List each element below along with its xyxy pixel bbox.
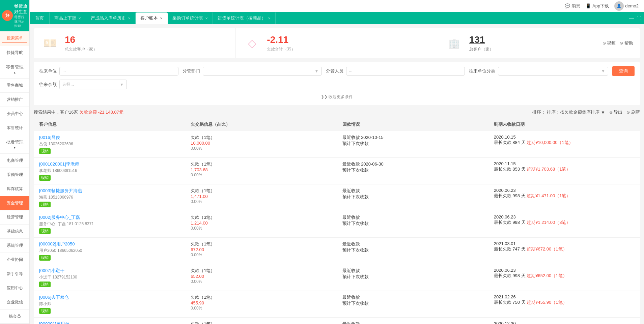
collection-cell: 最近收款 预计下次收款 (337, 291, 488, 317)
tag-present: 现销 (39, 282, 51, 287)
debt-customers-number: 16 (65, 34, 229, 45)
close-icon[interactable]: ✕ (160, 17, 163, 20)
overdue-link[interactable]: 超期¥1,214.00（3笔） (527, 220, 570, 225)
customer-name[interactable]: [0001020001]李老师 (39, 161, 180, 167)
message-btn[interactable]: 💬 消息 (565, 3, 580, 9)
customer-name[interactable]: [000001]黄思源 (39, 321, 180, 324)
customer-name[interactable]: [0002]服务中心_丁磊 (39, 214, 180, 220)
help-btn[interactable]: ⊙ 帮助 (620, 40, 633, 46)
overdue-link[interactable]: 超期¥1,703.68（1笔） (527, 167, 570, 172)
due-date-cell: 2021.02.26 最长欠款 750 天 超期¥455.90（1笔） (488, 291, 640, 317)
balance-select[interactable]: 选择... ▼ (59, 80, 127, 89)
sidebar-item-system[interactable]: 系统管理 (0, 239, 29, 253)
sidebar-item-enterprise-collab[interactable]: 企业协同 (0, 253, 29, 267)
overdue-link[interactable]: 超期¥672.00（1笔） (527, 246, 567, 252)
due-date-cell: 2020.06.23 最长欠款 998 天 超期¥652.00（1笔） (488, 264, 640, 291)
stat-debt-amount: ◇ -2.11 欠款合计（万） (236, 28, 438, 58)
refresh-btn[interactable]: ⊙ 刷新 (626, 109, 640, 115)
filter-category: 往来单位分类 ▼ (469, 67, 608, 76)
close-icon[interactable]: ✕ (128, 17, 131, 20)
table-header: 客户信息 欠交易信息（占比） 回款情况 到期未收款日期 (34, 118, 640, 131)
maximize-icon[interactable]: ⛶ (637, 16, 641, 21)
sidebar-item-purchase[interactable]: 采购管理 (0, 168, 29, 182)
sidebar-item-newbie[interactable]: 新手引导 (0, 267, 29, 281)
customer-meta: 李老师 18600391516 (39, 168, 180, 174)
tab-production-history[interactable]: 产成品入库单历史 ✕ (86, 12, 136, 24)
overdue-link[interactable]: 超期¥1,471.00（1笔） (527, 193, 570, 198)
tab-inventory-stats[interactable]: 进货单统计表（按商品） ✕ (213, 12, 276, 24)
close-icon[interactable]: ✕ (205, 17, 208, 20)
sidebar-item-app-center[interactable]: 应用中心 (0, 281, 29, 295)
logo-area[interactable]: 好 畅捷通好生意 母婴行业演示账套 (0, 0, 29, 31)
sidebar: 好 畅捷通好生意 母婴行业演示账套 搜索菜单 快捷导航 零售管理▲ 零售商城 营… (0, 0, 30, 324)
sidebar-item-member[interactable]: 会员中心 (0, 107, 29, 121)
tag-present: 现销 (39, 255, 51, 261)
customer-name[interactable]: [0007]小迸干 (39, 268, 180, 274)
tag-present: 现销 (39, 308, 51, 314)
results-info: 搜索结果中，客户16家 欠款金额 -21,148.07元 (34, 109, 123, 115)
app-download-btn[interactable]: 📱 App下载 (586, 3, 609, 9)
results-bar: 搜索结果中，客户16家 欠款金额 -21,148.07元 排序：排序：按欠款金额… (34, 109, 640, 115)
sidebar-item-batch-mgmt[interactable]: 批发管理▼ (0, 135, 29, 154)
sidebar-item-operations[interactable]: 经营管理 (0, 210, 29, 225)
customer-name[interactable]: [000002]用户2050 (39, 241, 180, 247)
customer-meta: 吕俊 13026203696 (39, 141, 180, 147)
sidebar-item-quick-nav[interactable]: 快捷导航 (0, 46, 29, 60)
customer-name[interactable]: [0016]吕俊 (39, 135, 180, 141)
export-btn[interactable]: ⊙ 导出 (609, 109, 623, 115)
overdue-link[interactable]: 超期¥652.00（1笔） (527, 273, 567, 278)
query-button[interactable]: 查询 (612, 66, 635, 76)
sidebar-item-basic[interactable]: 基础信息 (0, 225, 29, 239)
top-header: 💬 消息 📱 App下载 👤 demo2 (30, 0, 644, 12)
sidebar-item-retail-stats[interactable]: 零售统计 (0, 121, 29, 135)
stat-debt-amount-info: -2.11 欠款合计（万） (267, 34, 431, 52)
balance-label: 往来余额 (39, 82, 57, 88)
filter-row-1: 往来单位 ··· 分管部门 ▼ 分管人员 ··· (39, 66, 635, 76)
customer-name[interactable]: [0006]去下粮仓 (39, 294, 180, 300)
dept-select[interactable]: ▼ (203, 67, 322, 76)
close-icon[interactable]: ✕ (268, 17, 271, 20)
customer-info-cell: [0001020001]李老师 李老师 18600391516 现销 (34, 158, 185, 184)
customer-name[interactable]: [0003]畅捷服务尹海燕 (39, 188, 180, 194)
category-label: 往来单位分类 (469, 68, 495, 74)
sidebar-item-finance[interactable]: 资金管理 (0, 196, 29, 210)
col-due-date: 到期未收款日期 (488, 118, 640, 131)
customer-info-cell: [0002]服务中心_丁磊 服务中心_丁磊 181 0125 8371 现销 (34, 211, 185, 237)
user-profile[interactable]: 👤 demo2 (614, 1, 639, 11)
tab-products-off[interactable]: 商品上下架 ✕ (50, 12, 86, 24)
debt-amount-number: -2.11 (267, 34, 431, 45)
due-date-cell: 2020.12.30 最长欠款 808 天 超期¥429.00（1笔） (488, 318, 640, 324)
sidebar-item-retail-mall[interactable]: 零售商城 (0, 79, 29, 93)
category-select[interactable]: ▼ (498, 67, 608, 76)
minimize-icon[interactable]: — (629, 16, 634, 21)
filter-row-2: 往来余额 选择... ▼ (39, 80, 635, 89)
sidebar-item-enterprise-wx[interactable]: 企业微信 (0, 295, 29, 310)
stat-debt-customers: 💴 16 总欠款客户（家） (34, 28, 236, 58)
sidebar-item-ecommerce[interactable]: 电商管理 (0, 154, 29, 168)
table-row: [0006]去下粮仓 陈小帅 现销 欠款（1笔） 455.90 0.00% 最近… (34, 291, 640, 318)
total-customers-label: 总客户（家） (469, 47, 597, 52)
stat-actions: ⊙ 视频 ⊙ 帮助 (603, 40, 633, 46)
content-area: 💴 16 总欠款客户（家） ◇ -2.11 欠款合计（万） 🏢 131 总客户（… (30, 24, 644, 324)
tab-customer-account[interactable]: 客户账本 ✕ (136, 12, 168, 24)
close-icon[interactable]: ✕ (78, 17, 81, 20)
stat-debt-customers-info: 16 总欠款客户（家） (65, 34, 229, 52)
overdue-link[interactable]: 超期¥455.90（1笔） (527, 300, 567, 305)
collection-cell: 最近收款 预计下次收款 (337, 238, 488, 264)
video-btn[interactable]: ⊙ 视频 (603, 40, 616, 46)
supplier-input[interactable]: ··· (59, 67, 178, 76)
tab-home[interactable]: 首页 (30, 12, 50, 24)
sidebar-item-smooth-member[interactable]: 畅会员 (0, 310, 29, 324)
tab-purchase-order[interactable]: 采购订单统计表 ✕ (168, 12, 213, 24)
overdue-link[interactable]: 超期¥10,000.00（1笔） (527, 140, 573, 145)
sidebar-item-inventory[interactable]: 库存核算 (0, 182, 29, 196)
person-input[interactable]: ··· (346, 67, 465, 76)
collapse-btn[interactable]: ❯❯ 收起更多条件 (39, 93, 635, 101)
sidebar-item-marketing[interactable]: 营销推广 (0, 93, 29, 107)
sidebar-item-retail-mgmt[interactable]: 零售管理▲ (0, 60, 29, 79)
filter-balance: 往来余额 选择... ▼ (39, 80, 635, 89)
sort-select[interactable]: 排序：排序：按欠款金额倒序排序 ▼ (532, 109, 605, 115)
logo-icon: 好 (2, 10, 13, 21)
col-collection: 回款情况 (337, 118, 488, 131)
sidebar-search[interactable]: 搜索菜单 (0, 31, 29, 46)
